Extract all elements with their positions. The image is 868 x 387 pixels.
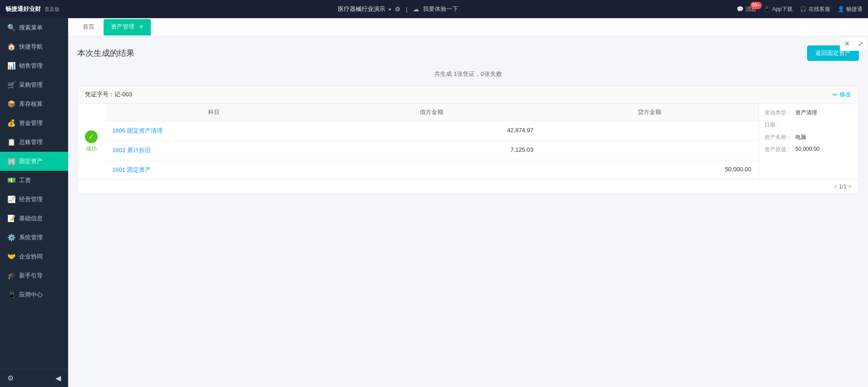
sidebar-item-quick-nav[interactable]: 🏠 快捷导航 xyxy=(0,37,68,56)
panel-controls: ✕ ⤢ xyxy=(840,36,868,51)
sidebar-item-enterprise[interactable]: 🤝 企业协同 xyxy=(0,247,68,266)
sidebar-label-system: 系统管理 xyxy=(19,233,43,242)
app-edition: 普及版 xyxy=(45,6,60,13)
sidebar: 🔍 搜索菜单 🏠 快捷导航 📊 销售管理 🛒 采购管理 📦 库存核算 💰 资金管… xyxy=(0,18,68,387)
asset-value-row: 资产原值： 50,000.00 xyxy=(764,146,853,154)
top-header: 畅捷通好业财 普及版 医疗器械行业演示 ▾ ⚙ | ☁ 我要体验一下 💬 消息 … xyxy=(0,0,868,18)
sidebar-item-inventory[interactable]: 📦 库存核算 xyxy=(0,94,68,114)
right-info-panel: 变动类型： 资产清理 日期： 资产名称： 电脑 资产原值： xyxy=(759,104,858,179)
collapse-sidebar-icon[interactable]: ◀ xyxy=(55,374,61,382)
summary-text: 共生成 1张凭证，0张失败 xyxy=(434,70,501,77)
col-header-debit: 借方金额 xyxy=(323,104,541,121)
company-dropdown-icon[interactable]: ▾ xyxy=(389,7,391,12)
sidebar-label-basic-info: 基础信息 xyxy=(19,214,43,223)
sidebar-label-quick-nav: 快捷导航 xyxy=(19,43,43,51)
ledger-icon: 📋 xyxy=(7,138,15,146)
tab-asset-label: 资产管理 xyxy=(111,23,134,30)
sidebar-item-operations[interactable]: 📈 经营管理 xyxy=(0,190,68,209)
tab-asset-management[interactable]: 资产管理 ✕ xyxy=(104,19,151,35)
col-header-credit: 贷方金额 xyxy=(541,104,759,121)
page-content: 本次生成的结果 返回固定资产 共生成 1张凭证，0张失败 凭证字号：记-003 … xyxy=(68,36,868,387)
system-icon: ⚙️ xyxy=(7,233,15,242)
pagination: < 1/1 > xyxy=(78,180,858,194)
cell-debit-2 xyxy=(323,160,541,179)
col-header-subject: 科目 xyxy=(105,104,323,121)
online-service-button[interactable]: 🎧 在线客服 xyxy=(800,5,830,13)
settings-bottom-icon[interactable]: ⚙ xyxy=(7,374,14,382)
asset-name-value: 电脑 xyxy=(795,134,806,141)
close-panel-button[interactable]: ✕ xyxy=(840,37,854,50)
sidebar-item-fixed-assets[interactable]: 🏢 固定资产 xyxy=(0,152,68,171)
finance-icon: 💰 xyxy=(7,119,15,127)
voucher-main-table: 科目 借方金额 贷方金额 1606 固定资产清理 42,874.97 16 xyxy=(105,104,759,179)
username-label: 畅捷通 xyxy=(846,5,863,13)
success-status: ✓ 成功 xyxy=(78,104,105,179)
sidebar-item-sales[interactable]: 📊 销售管理 xyxy=(0,56,68,75)
cell-debit-0: 42,874.97 xyxy=(323,121,541,140)
cell-credit-2: 50,000.00 xyxy=(541,160,759,179)
sidebar-item-ledger[interactable]: 📋 总账管理 xyxy=(0,133,68,152)
sidebar-item-search[interactable]: 🔍 搜索菜单 xyxy=(0,18,68,37)
voucher-table: ✓ 成功 科目 借方金额 贷方金额 1606 固定资产清理 xyxy=(78,104,858,180)
sidebar-label-purchase: 采购管理 xyxy=(19,81,43,89)
cell-subject-2: 1601 固定资产 xyxy=(105,160,323,179)
experience-link[interactable]: 我要体验一下 xyxy=(423,5,458,13)
sidebar-item-app-center[interactable]: 📱 应用中心 xyxy=(0,285,68,304)
header-center: 医疗器械行业演示 ▾ ⚙ | ☁ 我要体验一下 xyxy=(338,5,458,13)
tab-close-icon[interactable]: ✕ xyxy=(139,24,144,30)
sidebar-label-operations: 经营管理 xyxy=(19,195,43,203)
sidebar-label-enterprise: 企业协同 xyxy=(19,253,43,261)
guide-icon: 🎓 xyxy=(7,272,15,280)
basic-info-icon: 📝 xyxy=(7,214,15,223)
sales-icon: 📊 xyxy=(7,62,15,70)
sidebar-item-basic-info[interactable]: 📝 基础信息 xyxy=(0,209,68,228)
settings-icon[interactable]: ⚙ xyxy=(395,5,401,13)
voucher-number: 凭证字号：记-003 xyxy=(85,90,132,99)
table-row: 1602 累计折旧 7,125.03 xyxy=(105,141,759,160)
sidebar-item-system[interactable]: ⚙️ 系统管理 xyxy=(0,228,68,247)
sidebar-item-finance[interactable]: 💰 资金管理 xyxy=(0,114,68,133)
date-row: 日期： xyxy=(764,121,853,129)
page-title: 本次生成的结果 xyxy=(77,48,134,59)
tab-home[interactable]: 首页 xyxy=(75,19,102,35)
sidebar-label-payroll: 工资 xyxy=(19,176,31,184)
download-icon: 📱 xyxy=(764,6,770,12)
sidebar-label-guide: 新手引导 xyxy=(19,272,43,280)
edit-voucher-button[interactable]: ✏ 修改 xyxy=(833,90,851,99)
change-type-label: 变动类型： xyxy=(764,109,792,117)
summary-bar: 共生成 1张凭证，0张失败 xyxy=(77,70,859,78)
expand-panel-button[interactable]: ⤢ xyxy=(854,37,868,50)
inventory-icon: 📦 xyxy=(7,100,15,108)
content-wrapper: 首页 资产管理 ✕ ✕ ⤢ 本次生成的结果 返回固定资产 共生成 1张凭证，0张… xyxy=(68,18,868,387)
sidebar-label-search: 搜索菜单 xyxy=(19,24,43,32)
header-right: 💬 消息 99+ 📱 App下载 🎧 在线客服 👤 畅捷通 xyxy=(737,5,863,13)
voucher-header: 凭证字号：记-003 ✏ 修改 xyxy=(78,86,858,104)
success-check-icon: ✓ xyxy=(85,130,98,143)
home-icon: 🏠 xyxy=(7,43,15,51)
notification-badge: 99+ xyxy=(750,2,762,9)
sidebar-item-guide[interactable]: 🎓 新手引导 xyxy=(0,266,68,285)
sidebar-item-purchase[interactable]: 🛒 采购管理 xyxy=(0,75,68,94)
payroll-icon: 💵 xyxy=(7,176,15,184)
logo-area: 畅捷通好业财 普及版 xyxy=(5,5,60,13)
purchase-icon: 🛒 xyxy=(7,81,15,89)
table-header: 科目 借方金额 贷方金额 xyxy=(105,104,759,121)
cloud-icon: ☁ xyxy=(413,5,419,13)
edit-label: 修改 xyxy=(839,90,851,99)
app-download-button[interactable]: 📱 App下载 xyxy=(764,5,793,13)
main-layout: 🔍 搜索菜单 🏠 快捷导航 📊 销售管理 🛒 采购管理 📦 库存核算 💰 资金管… xyxy=(0,18,868,387)
user-avatar-button[interactable]: 👤 畅捷通 xyxy=(838,5,863,13)
change-type-row: 变动类型： 资产清理 xyxy=(764,109,853,117)
fixed-assets-icon: 🏢 xyxy=(7,157,15,165)
sidebar-item-payroll[interactable]: 💵 工资 xyxy=(0,171,68,190)
prev-page-icon[interactable]: < xyxy=(834,184,838,190)
cell-credit-1 xyxy=(541,141,759,160)
company-name[interactable]: 医疗器械行业演示 xyxy=(338,5,385,13)
message-icon: 💬 xyxy=(737,6,744,12)
edit-icon: ✏ xyxy=(833,91,838,98)
cell-subject-1: 1602 累计折旧 xyxy=(105,141,323,160)
notification-button[interactable]: 💬 消息 99+ xyxy=(737,5,756,13)
next-page-icon[interactable]: > xyxy=(848,184,851,190)
app-logo: 畅捷通好业财 xyxy=(5,5,41,13)
asset-value-label: 资产原值： xyxy=(764,146,792,154)
